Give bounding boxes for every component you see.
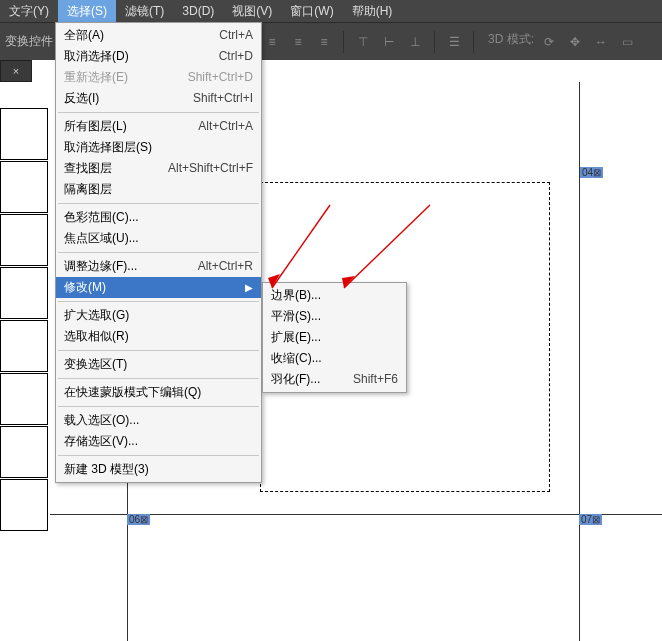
- menu-3d[interactable]: 3D(D): [173, 0, 223, 22]
- menu-separator: [58, 455, 259, 456]
- ruler-marker-07: 07⊠: [579, 514, 602, 525]
- row-marker: [0, 108, 48, 160]
- menu-separator: [58, 350, 259, 351]
- row-markers: [0, 108, 48, 532]
- menu-help[interactable]: 帮助(H): [343, 0, 402, 22]
- menu-all-layers[interactable]: 所有图层(L)Alt+Ctrl+A: [56, 116, 261, 137]
- row-marker: [0, 320, 48, 372]
- ruler-x-icon: ⊠: [592, 514, 600, 525]
- submenu-feather[interactable]: 羽化(F)...Shift+F6: [263, 369, 406, 390]
- row-marker: [0, 479, 48, 531]
- align-left-icon[interactable]: ≡: [261, 31, 283, 53]
- menu-transform-selection[interactable]: 变换选区(T): [56, 354, 261, 375]
- menu-all[interactable]: 全部(A)Ctrl+A: [56, 25, 261, 46]
- align-top-icon[interactable]: ⊤: [352, 31, 374, 53]
- submenu-arrow-icon: ▶: [245, 277, 253, 298]
- row-marker: [0, 267, 48, 319]
- menu-deselect-layers[interactable]: 取消选择图层(S): [56, 137, 261, 158]
- select-menu: 全部(A)Ctrl+A 取消选择(D)Ctrl+D 重新选择(E)Shift+C…: [55, 22, 262, 483]
- menu-separator: [58, 203, 259, 204]
- menu-separator: [58, 112, 259, 113]
- menu-view[interactable]: 视图(V): [223, 0, 281, 22]
- separator: [473, 31, 474, 53]
- row-marker: [0, 214, 48, 266]
- submenu-contract[interactable]: 收缩(C)...: [263, 348, 406, 369]
- submenu-border[interactable]: 边界(B)...: [263, 285, 406, 306]
- menu-separator: [58, 378, 259, 379]
- menu-modify[interactable]: 修改(M)▶: [56, 277, 261, 298]
- align-bottom-icon[interactable]: ⊥: [404, 31, 426, 53]
- menu-reselect: 重新选择(E)Shift+Ctrl+D: [56, 67, 261, 88]
- menu-color-range[interactable]: 色彩范围(C)...: [56, 207, 261, 228]
- row-marker: [0, 426, 48, 478]
- toolbar-icon-group: ≡ ≡ ≡ ⊤ ⊢ ⊥ ☰ 3D 模式: ⟳ ✥ ↔ ▭: [261, 31, 638, 53]
- menu-load-selection[interactable]: 载入选区(O)...: [56, 410, 261, 431]
- mode-3d-label: 3D 模式:: [488, 31, 534, 53]
- align-right-icon[interactable]: ≡: [313, 31, 335, 53]
- distribute-icon[interactable]: ☰: [443, 31, 465, 53]
- menu-find-layers[interactable]: 查找图层Alt+Shift+Ctrl+F: [56, 158, 261, 179]
- orbit-3d-icon[interactable]: ⟳: [538, 31, 560, 53]
- ruler-x-icon: ⊠: [140, 514, 148, 525]
- menu-deselect[interactable]: 取消选择(D)Ctrl+D: [56, 46, 261, 67]
- camera-3d-icon[interactable]: ▭: [616, 31, 638, 53]
- menu-separator: [58, 301, 259, 302]
- submenu-expand[interactable]: 扩展(E)...: [263, 327, 406, 348]
- menu-select[interactable]: 选择(S): [58, 0, 116, 22]
- ruler-x-icon: ⊠: [593, 167, 601, 178]
- separator: [434, 31, 435, 53]
- menu-focus-area[interactable]: 焦点区域(U)...: [56, 228, 261, 249]
- menu-refine-edge[interactable]: 调整边缘(F)...Alt+Ctrl+R: [56, 256, 261, 277]
- align-center-v-icon[interactable]: ⊢: [378, 31, 400, 53]
- modify-submenu: 边界(B)... 平滑(S)... 扩展(E)... 收缩(C)... 羽化(F…: [262, 282, 407, 393]
- menu-separator: [58, 252, 259, 253]
- pan-3d-icon[interactable]: ✥: [564, 31, 586, 53]
- menu-save-selection[interactable]: 存储选区(V)...: [56, 431, 261, 452]
- row-marker: [0, 161, 48, 213]
- document-tab[interactable]: ×: [0, 60, 32, 82]
- transform-controls-label: 变换控件: [5, 33, 53, 50]
- menu-text[interactable]: 文字(Y): [0, 0, 58, 22]
- ruler-marker-04: 04⊠: [580, 167, 603, 178]
- close-icon[interactable]: ×: [13, 65, 19, 77]
- menu-window[interactable]: 窗口(W): [281, 0, 342, 22]
- menu-grow[interactable]: 扩大选取(G): [56, 305, 261, 326]
- separator: [343, 31, 344, 53]
- menu-similar[interactable]: 选取相似(R): [56, 326, 261, 347]
- menu-separator: [58, 406, 259, 407]
- row-marker: [0, 373, 48, 425]
- menu-new-3d-model[interactable]: 新建 3D 模型(3): [56, 459, 261, 480]
- menu-filter[interactable]: 滤镜(T): [116, 0, 173, 22]
- menubar: 文字(Y) 选择(S) 滤镜(T) 3D(D) 视图(V) 窗口(W) 帮助(H…: [0, 0, 662, 22]
- ruler-marker-06: 06⊠: [127, 514, 150, 525]
- slide-3d-icon[interactable]: ↔: [590, 31, 612, 53]
- guide-vertical[interactable]: [579, 82, 580, 641]
- align-center-h-icon[interactable]: ≡: [287, 31, 309, 53]
- menu-quickmask[interactable]: 在快速蒙版模式下编辑(Q): [56, 382, 261, 403]
- menu-inverse[interactable]: 反选(I)Shift+Ctrl+I: [56, 88, 261, 109]
- submenu-smooth[interactable]: 平滑(S)...: [263, 306, 406, 327]
- menu-isolate-layers[interactable]: 隔离图层: [56, 179, 261, 200]
